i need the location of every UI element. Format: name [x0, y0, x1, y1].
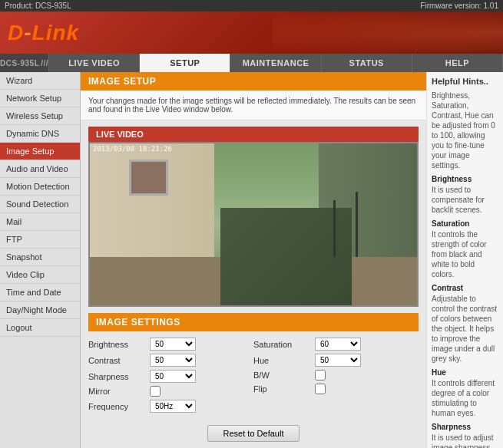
settings-left-col: Brightness 50 Contrast 50 Sharpness 50 — [88, 336, 253, 414]
contrast-label: Contrast — [88, 356, 150, 365]
settings-right-col: Saturation 60 Hue 50 B/W Flip — [253, 336, 419, 414]
mirror-checkbox[interactable] — [150, 386, 160, 397]
bw-checkbox[interactable] — [315, 370, 326, 380]
hint-sharpness-text: It is used to adjust image sharpness. — [432, 433, 498, 448]
hint-contrast-text: Adjustable to control the contrast of co… — [432, 294, 498, 364]
header: D-Link — [0, 12, 503, 54]
hints-intro: Brightness, Saturation, Contrast, Hue ca… — [432, 91, 498, 170]
sidebar-item-sound-detection[interactable]: Sound Detection — [0, 196, 80, 213]
frequency-label: Frequency — [88, 402, 150, 411]
frequency-row: Frequency 50Hz 60Hz — [88, 398, 253, 414]
scene-railing-1 — [356, 192, 358, 256]
sidebar-item-motion-detection[interactable]: Motion Detection — [0, 178, 80, 196]
nav-live-video[interactable]: Live Video — [49, 54, 140, 72]
live-video-container: 2013/03/08 18:21:26 — [88, 142, 419, 307]
frequency-select[interactable]: 50Hz 60Hz — [150, 400, 196, 413]
mirror-row: Mirror — [88, 384, 253, 398]
mirror-label: Mirror — [88, 387, 150, 396]
bw-label: B/W — [253, 371, 315, 380]
main-nav: DCS-935L /// Live Video Setup Maintenanc… — [0, 54, 503, 72]
sidebar-item-video-clip[interactable]: Video Clip — [0, 266, 80, 284]
sidebar: Wizard Network Setup Wireless Setup Dyna… — [0, 72, 81, 448]
sidebar-item-snapshot[interactable]: Snapshot — [0, 249, 80, 266]
hints-panel: Helpful Hints.. Brightness, Saturation, … — [426, 72, 503, 448]
nav-model: DCS-935L /// — [0, 54, 49, 72]
section-description: Your changes made for the image settings… — [81, 91, 426, 120]
logo-link: Link — [32, 21, 80, 44]
logo-dash: - — [24, 21, 31, 44]
saturation-select[interactable]: 60 — [315, 338, 361, 351]
nav-maintenance[interactable]: Maintenance — [230, 54, 321, 72]
main-content: Wizard Network Setup Wireless Setup Dyna… — [0, 72, 503, 448]
hints-title: Helpful Hints.. — [432, 77, 498, 86]
hint-brightness-text: It is used to compensate for backlit sce… — [432, 185, 498, 215]
sidebar-item-audio-video[interactable]: Audio and Video — [0, 160, 80, 178]
scene-picture — [129, 160, 168, 195]
hint-saturation-title: Saturation — [432, 219, 498, 228]
image-settings-header: IMAGE SETTINGS — [88, 313, 419, 331]
flip-checkbox[interactable] — [315, 384, 326, 394]
hint-hue-text: It controls different degree of a color … — [432, 378, 498, 418]
hue-row: Hue 50 — [253, 352, 419, 368]
sidebar-item-mail[interactable]: Mail — [0, 213, 80, 231]
sharpness-select[interactable]: 50 — [150, 370, 196, 383]
top-bar: Product: DCS-935L Firmware version: 1.01 — [0, 0, 503, 12]
firmware-label: Firmware version: 1.01 — [420, 2, 498, 10]
saturation-label: Saturation — [253, 340, 315, 349]
nav-status[interactable]: Status — [322, 54, 412, 72]
hint-sharpness-title: Sharpness — [432, 423, 498, 431]
logo: D-Link — [8, 21, 79, 45]
scene-stair — [220, 208, 351, 305]
brightness-row: Brightness 50 — [88, 336, 253, 352]
bw-row: B/W — [253, 368, 419, 382]
reset-btn-row: Reset to Default — [81, 419, 426, 448]
hue-label: Hue — [253, 356, 315, 365]
brightness-label: Brightness — [88, 340, 150, 349]
flip-row: Flip — [253, 382, 419, 396]
hint-contrast-title: Contrast — [432, 284, 498, 292]
content-area: IMAGE SETUP Your changes made for the im… — [81, 72, 426, 448]
hint-brightness-title: Brightness — [432, 175, 498, 183]
video-timestamp: 2013/03/08 18:21:26 — [93, 145, 172, 153]
contrast-select[interactable]: 50 — [150, 354, 196, 367]
sidebar-item-dynamic-dns[interactable]: Dynamic DNS — [0, 125, 80, 143]
sidebar-item-ftp[interactable]: FTP — [0, 231, 80, 249]
sidebar-item-day-night[interactable]: Day/Night Mode — [0, 301, 80, 319]
hint-hue-title: Hue — [432, 368, 498, 377]
brightness-select[interactable]: 50 — [150, 338, 196, 351]
live-video-label: LIVE VIDEO — [88, 127, 419, 142]
hint-saturation-text: It controls the strength of color from b… — [432, 229, 498, 279]
hue-select[interactable]: 50 — [315, 354, 361, 367]
sharpness-label: Sharpness — [88, 372, 150, 381]
saturation-row: Saturation 60 — [253, 336, 419, 352]
sidebar-item-image-setup[interactable]: Image Setup — [0, 143, 80, 160]
sidebar-item-wireless-setup[interactable]: Wireless Setup — [0, 107, 80, 125]
nav-setup[interactable]: Setup — [140, 54, 230, 72]
sidebar-item-logout[interactable]: Logout — [0, 319, 80, 337]
sidebar-item-network-setup[interactable]: Network Setup — [0, 90, 80, 107]
sidebar-item-time-date[interactable]: Time and Date — [0, 284, 80, 301]
nav-help[interactable]: Help — [412, 54, 503, 72]
contrast-row: Contrast 50 — [88, 352, 253, 368]
product-label: Product: DCS-935L — [5, 2, 71, 10]
settings-grid: Brightness 50 Contrast 50 Sharpness 50 — [88, 336, 419, 414]
camera-scene — [90, 143, 417, 305]
sharpness-row: Sharpness 50 — [88, 368, 253, 384]
reset-button[interactable]: Reset to Default — [207, 425, 300, 442]
scene-railing-2 — [333, 200, 336, 257]
section-header: IMAGE SETUP — [81, 72, 426, 91]
flip-label: Flip — [253, 384, 315, 394]
sidebar-item-wizard[interactable]: Wizard — [0, 72, 80, 90]
logo-d: D — [8, 21, 24, 44]
